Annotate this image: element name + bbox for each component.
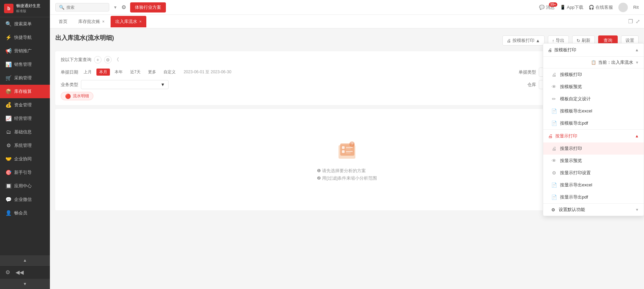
dropdown-item-display-preview[interactable]: 👁 按显示预览 xyxy=(543,155,644,167)
business-type-select[interactable]: ▼ xyxy=(81,80,169,89)
sidebar-item-wechat[interactable]: 💬企业微信 xyxy=(0,193,50,206)
tab-home-label: 首页 xyxy=(59,19,67,25)
dropdown-item-display-export-pdf[interactable]: 📄 按显示导出pdf xyxy=(543,191,644,203)
dropdown-item-display-print[interactable]: 🖨 按显示打印 xyxy=(543,142,644,155)
sidebar-icon-operations: 📈 xyxy=(5,115,11,122)
tab-inout-flow-close-icon[interactable]: × xyxy=(139,19,142,24)
dropdown-display-excel-label: 按显示导出excel xyxy=(560,182,639,188)
mobile-icon: 📱 xyxy=(560,5,565,10)
dropdown-item-template-custom[interactable]: ✏ 模板自定义设计 xyxy=(543,93,644,105)
app-label: App下载 xyxy=(567,4,583,10)
export-label: 导出 xyxy=(556,37,564,44)
sidebar-scroll-down-btn[interactable]: ▼ xyxy=(22,280,28,288)
message-btn[interactable]: 💬 消息 99+ xyxy=(539,4,555,10)
dropdown-item-display-setting[interactable]: ⚙ 按显示打印设置 xyxy=(543,167,644,179)
dropdown-item-display-export-excel[interactable]: 📄 按显示导出excel xyxy=(543,179,644,191)
sidebar-item-guide[interactable]: 🎯新手引导 xyxy=(0,166,50,179)
svg-rect-3 xyxy=(346,147,353,148)
filter-setting-btn[interactable]: ⚙ xyxy=(104,56,112,63)
collapse-icon[interactable]: ◀◀ xyxy=(16,269,24,275)
filter-tag-icon: 🔴 xyxy=(65,94,71,99)
date-opt-custom[interactable]: 自定义 xyxy=(161,69,178,76)
topbar-right: 💬 消息 99+ 📱 App下载 🎧 在线客服 Rit xyxy=(539,3,639,12)
sidebar-label-sales: 销售管理 xyxy=(14,61,32,68)
template-print-label: 按模板打印 xyxy=(513,37,534,44)
date-range-text: 2023-06-01 至 2023-06-30 xyxy=(184,69,231,75)
empty-hints: ❶ 请先选择要分析的方案 ❷ 用[过滤]条件来缩小分析范围 xyxy=(317,168,377,183)
window-expand-icon[interactable]: ⤢ xyxy=(636,18,640,25)
tab-inout-flow[interactable]: 出入库流水 × xyxy=(111,16,146,27)
sidebar-label-system: 系统管理 xyxy=(14,142,32,149)
business-type-chevron-icon: ▼ xyxy=(160,82,165,87)
sidebar-scroll-up-btn[interactable]: ▲ xyxy=(22,257,28,264)
dropdown-template-preview-label: 按模板预览 xyxy=(560,84,639,90)
dropdown-current-chevron-icon: ▼ xyxy=(635,60,639,64)
username-label: Rit xyxy=(633,5,639,10)
search-box[interactable]: 🔍 xyxy=(55,3,109,11)
dropdown-display-setting-label: 按显示打印设置 xyxy=(560,170,639,176)
svg-rect-6 xyxy=(346,151,353,152)
app-download-btn[interactable]: 📱 App下载 xyxy=(560,4,583,10)
sidebar-icon-finance: 💰 xyxy=(5,102,11,108)
sidebar-icon-apps: 🔲 xyxy=(5,183,11,189)
date-opt-last-month[interactable]: 上月 xyxy=(81,69,94,76)
active-filter-tag[interactable]: 🔴 流水明细 xyxy=(61,92,93,100)
dropdown-footer[interactable]: ⚙ 设置默认功能 ▼ xyxy=(543,203,644,216)
dropdown-item-template-print[interactable]: 🖨 按模板打印 xyxy=(543,69,644,81)
sidebar-item-marketing[interactable]: 📢营销推广 xyxy=(0,44,50,58)
online-service-btn[interactable]: 🎧 在线客服 xyxy=(589,4,613,10)
template-print-btn[interactable]: 🖨 按模板打印 ▲ xyxy=(502,35,545,46)
sidebar-item-basic[interactable]: 🗂基础信息 xyxy=(0,125,50,139)
sidebar-item-operations[interactable]: 📈经营管理 xyxy=(0,112,50,125)
date-field: 单据日期 上月 本月 本年 近7天 更多 自定义 xyxy=(61,69,178,76)
sidebar-icon-purchase: 🛒 xyxy=(5,75,11,81)
tab-inout-flow-label: 出入库流水 xyxy=(115,19,137,25)
sidebar-item-collab[interactable]: 🤝企业协同 xyxy=(0,152,50,166)
dropdown-template-custom-icon: ✏ xyxy=(551,96,557,102)
tab-bar: 首页 库存批次账 × 出入库流水 × ❐ ⤢ xyxy=(50,15,644,28)
tab-home[interactable]: 首页 xyxy=(54,16,72,27)
dropdown-display-section-header[interactable]: 🖨 按显示打印 ▲ xyxy=(543,130,644,142)
sidebar-item-inventory[interactable]: 📦库存核算 xyxy=(0,85,50,98)
date-opt-more[interactable]: 更多 xyxy=(145,69,159,76)
window-restore-icon[interactable]: ❐ xyxy=(628,18,633,25)
topbar-gear-icon[interactable]: ⚙ xyxy=(121,4,126,10)
date-opt-this-year[interactable]: 本年 xyxy=(112,69,125,76)
business-type-field: 业务类型 ▼ xyxy=(61,80,169,89)
dropdown-item-template-preview[interactable]: 👁 按模板预览 xyxy=(543,81,644,93)
tab-batch-account-close-icon[interactable]: × xyxy=(102,19,105,24)
sidebar-item-purchase[interactable]: 🛒采购管理 xyxy=(0,71,50,85)
avatar[interactable] xyxy=(618,3,628,12)
empty-illustration: ? xyxy=(333,137,360,164)
industry-btn[interactable]: 体验行业方案 xyxy=(130,2,166,12)
sidebar-item-quick-nav[interactable]: ⚡快捷导航 xyxy=(0,31,50,44)
settings-icon[interactable]: ⚙ xyxy=(5,269,10,275)
brand-badge: 标准版 xyxy=(16,9,40,14)
svg-rect-5 xyxy=(342,150,345,153)
dropdown-item-template-export-excel[interactable]: 📄 按模板导出excel xyxy=(543,105,644,117)
dropdown-item-template-export-pdf[interactable]: 📄 按模板导出pdf xyxy=(543,117,644,129)
sidebar-item-member[interactable]: 👤畅会员 xyxy=(0,206,50,220)
search-input[interactable] xyxy=(66,5,100,10)
tab-batch-account[interactable]: 库存批次账 × xyxy=(74,16,109,27)
sidebar-icon-system: ⚙ xyxy=(5,142,11,149)
filter-collapse-btn[interactable]: 《 xyxy=(114,57,119,63)
page-content: 出入库流水(流水明细) 🖨 按模板打印 ▲ ↑ 导出 ↻ 刷新 查询 设置 xyxy=(50,28,644,289)
dropdown-display-setting-icon: ⚙ xyxy=(551,170,557,176)
message-icon: 💬 xyxy=(539,5,545,10)
date-opt-this-month[interactable]: 本月 xyxy=(96,69,110,76)
dropdown-template-pdf-icon: 📄 xyxy=(551,121,557,126)
tab-batch-account-label: 库存批次账 xyxy=(78,19,100,25)
sidebar-item-search[interactable]: 🔍搜索菜单 xyxy=(0,17,50,31)
sidebar-item-system[interactable]: ⚙系统管理 xyxy=(0,139,50,152)
sidebar-label-operations: 经营管理 xyxy=(14,115,32,122)
date-opt-last7[interactable]: 近7天 xyxy=(127,69,143,76)
page-title: 出入库流水(流水明细) xyxy=(55,34,114,42)
sidebar-item-finance[interactable]: 💰资金管理 xyxy=(0,98,50,112)
main-area: 🔍 ▼ ⚙ 体验行业方案 💬 消息 99+ 📱 App下载 🎧 在线客服 Rit xyxy=(50,0,644,289)
filter-add-btn[interactable]: + xyxy=(94,56,101,63)
sidebar-item-apps[interactable]: 🔲应用中心 xyxy=(0,179,50,193)
sidebar-label-apps: 应用中心 xyxy=(14,183,32,189)
sidebar-item-sales[interactable]: 📊销售管理 xyxy=(0,58,50,71)
service-label: 在线客服 xyxy=(595,4,613,10)
